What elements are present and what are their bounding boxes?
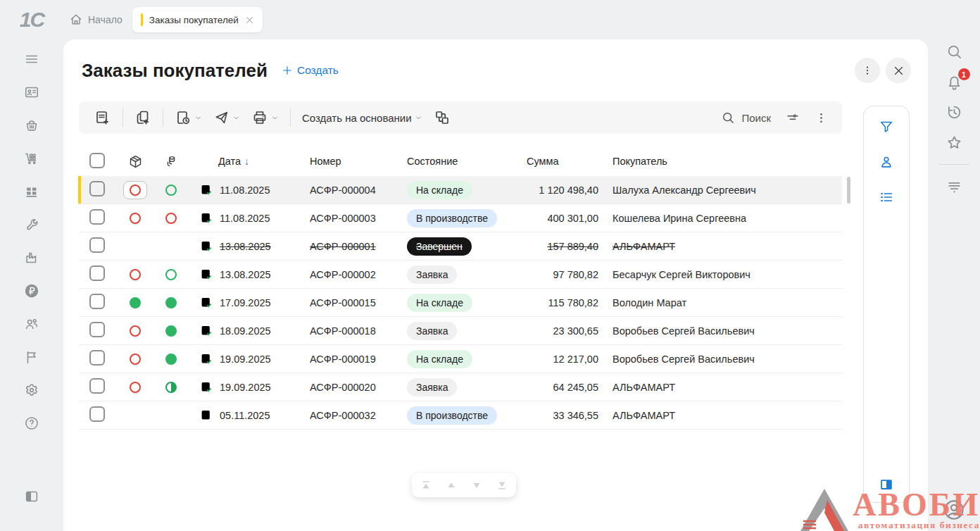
list-settings-icon[interactable] (879, 189, 894, 205)
settings-gear-icon[interactable] (24, 382, 39, 398)
sort-desc-icon: ↓ (244, 156, 249, 167)
account-icon[interactable] (943, 499, 965, 521)
side-panel-toggle-icon[interactable] (879, 477, 894, 492)
menu-icon[interactable] (24, 51, 39, 67)
production-icon[interactable] (24, 250, 39, 266)
order-date: 11.08.2025 (220, 213, 270, 224)
column-sum[interactable]: Сумма (521, 156, 605, 167)
tab-close-icon[interactable] (245, 15, 254, 25)
row-checkbox[interactable] (89, 181, 105, 196)
print-button[interactable] (246, 109, 284, 126)
window-header: Заказы покупателей Создать (63, 39, 928, 83)
row-checkbox[interactable] (89, 406, 105, 422)
favorites-star-icon[interactable] (946, 134, 963, 151)
related-documents-button[interactable] (428, 109, 456, 126)
chevron-down-icon (271, 114, 279, 122)
assignee-icon[interactable] (879, 154, 894, 170)
row-checkbox[interactable] (89, 209, 105, 225)
order-buyer: АЛЬФАМАРТ (612, 382, 675, 393)
send-button[interactable] (208, 110, 246, 126)
copy-document-button[interactable] (129, 109, 157, 126)
help-icon[interactable] (24, 416, 39, 431)
document-status-icon (200, 183, 213, 196)
row-checkbox[interactable] (89, 322, 105, 337)
focused-cell-box[interactable] (123, 181, 147, 199)
tab-home[interactable]: Начало (69, 13, 122, 27)
table-row[interactable]: 11.08.2025 АСФР-000003 В производстве 40… (79, 204, 842, 232)
table-row[interactable]: 05.11.2025 АСФР-000032 В производстве 33… (79, 401, 842, 430)
row-checkbox[interactable] (89, 237, 105, 253)
new-document-button[interactable] (89, 109, 117, 126)
select-all-checkbox[interactable] (89, 153, 105, 168)
catalog-grid-icon[interactable] (24, 184, 39, 199)
payment-status-icon (165, 213, 177, 224)
table-row[interactable]: 11.08.2025 АСФР-000004 На складе 1 120 4… (79, 176, 842, 204)
table-row[interactable]: 13.08.2025 АСФР-000002 Заявка 97 780,82 … (79, 261, 842, 289)
order-number: АСФР-000002 (310, 269, 376, 280)
document-status-icon (200, 408, 213, 422)
go-up-button[interactable] (439, 475, 464, 496)
table-row[interactable]: 13.08.2025 АСФР-000001 Завершен 157 889,… (79, 232, 842, 261)
create-button[interactable]: Создать (282, 64, 339, 77)
status-badge: Завершен (407, 237, 472, 256)
toolbar-separator (290, 108, 291, 127)
send-icon (213, 110, 230, 126)
tab-customer-orders[interactable]: Заказы покупателей (132, 7, 263, 32)
toolbar-separator (163, 108, 163, 127)
search-button[interactable]: Поиск (721, 111, 771, 125)
shipment-column-icon[interactable] (128, 154, 143, 169)
home-tab-label: Начало (88, 14, 122, 25)
table-row[interactable]: 19.09.2025 АСФР-000019 На складе 12 217,… (79, 345, 842, 373)
order-buyer: Воробьев Сергей Васильевич (612, 325, 755, 337)
payment-column-icon[interactable] (164, 154, 178, 168)
table-row[interactable]: 18.09.2025 АСФР-000018 Заявка 23 300,65 … (79, 317, 842, 345)
order-date: 11.08.2025 (220, 185, 270, 196)
row-checkbox[interactable] (89, 294, 105, 309)
row-checkbox[interactable] (89, 378, 105, 394)
create-based-on-button[interactable]: Создать на основании (296, 112, 428, 124)
window-more-button[interactable] (855, 58, 880, 83)
vertical-scrollbar-thumb[interactable] (847, 177, 850, 204)
column-date[interactable]: Дата ↓ (189, 156, 303, 167)
filter-settings-icon[interactable] (785, 110, 800, 125)
go-last-button[interactable] (489, 475, 515, 496)
shipment-status-icon (130, 213, 141, 224)
order-number: АСФР-000019 (310, 354, 376, 365)
service-wrench-icon[interactable] (24, 217, 39, 232)
column-status[interactable]: Состояние (401, 156, 521, 167)
row-checkbox[interactable] (89, 350, 105, 366)
shipment-status-icon (130, 269, 141, 280)
column-number[interactable]: Номер (303, 156, 401, 167)
go-down-button[interactable] (464, 475, 489, 496)
related-documents-icon (434, 109, 451, 126)
page-title: Заказы покупателей (82, 60, 268, 82)
app-logo: 1С (0, 8, 63, 32)
toolbar-more-icon[interactable] (815, 111, 828, 125)
contacts-icon[interactable] (24, 85, 39, 100)
collapse-panel-icon[interactable] (24, 489, 39, 504)
history-icon[interactable] (946, 104, 963, 121)
purchases-basket-icon[interactable] (24, 118, 39, 133)
order-buyer: Володин Марат (612, 297, 686, 308)
table-row[interactable]: 17.09.2025 АСФР-000015 На складе 115 780… (79, 289, 842, 317)
table-row[interactable]: 19.09.2025 АСФР-000020 Заявка 64 245,05 … (79, 373, 842, 401)
document-status-icon (200, 380, 213, 394)
global-search-icon[interactable] (946, 43, 963, 61)
tasks-flag-icon[interactable] (24, 349, 39, 365)
row-checkbox[interactable] (89, 266, 105, 281)
table-header: Дата ↓ Номер Состояние Сумма Покупатель (79, 146, 842, 176)
notifications-button[interactable]: 1 (946, 73, 963, 91)
toolbar-separator (122, 108, 123, 127)
document-status-icon (200, 211, 213, 225)
sales-cart-icon[interactable] (24, 151, 39, 166)
go-first-button[interactable] (413, 475, 439, 496)
shipment-status-icon (130, 354, 141, 365)
filter-icon[interactable] (879, 119, 894, 135)
staff-users-icon[interactable] (24, 316, 39, 332)
column-buyer[interactable]: Покупатель (605, 156, 842, 167)
functions-menu-icon[interactable] (946, 177, 963, 195)
window-close-button[interactable] (886, 58, 911, 83)
finance-ruble-icon[interactable] (24, 283, 39, 299)
document-journal-button[interactable] (169, 109, 208, 126)
file-clock-icon (175, 109, 191, 126)
